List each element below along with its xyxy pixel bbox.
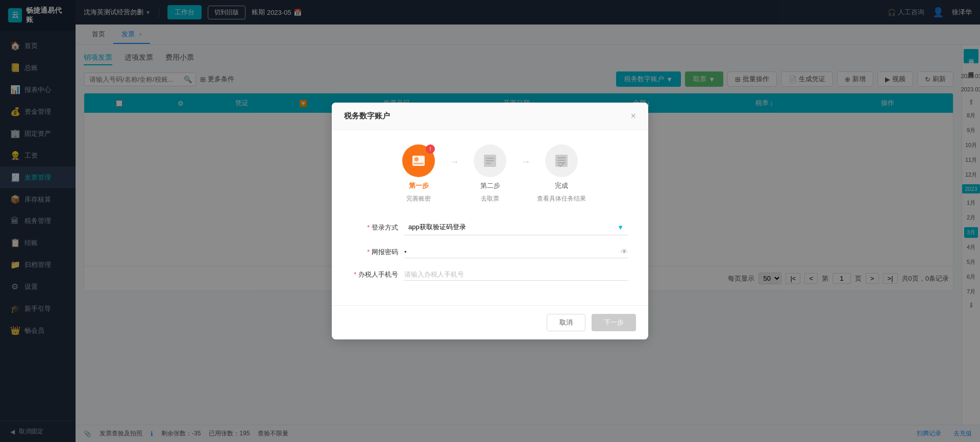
cancel-button[interactable]: 取消 xyxy=(547,314,585,331)
select-dropdown-icon: ▼ xyxy=(617,224,624,231)
login-method-row: * 登录方式 app获取验证码登录 ▼ xyxy=(352,219,628,235)
modal-header: 税务数字账户 × xyxy=(332,103,648,130)
step-2: 第二步 去取票 xyxy=(459,144,521,203)
password-eye-icon[interactable]: 👁 xyxy=(621,248,628,256)
password-row: * 网报密码 👁 xyxy=(352,245,628,258)
step-3-label: 完成 xyxy=(555,181,568,190)
tax-digital-modal: 税务数字账户 × ! 第一步 完善账密 xyxy=(332,103,648,339)
step-arrow-2: → xyxy=(521,156,531,167)
step-1-desc: 完善账密 xyxy=(406,194,431,203)
step-arrow-1: → xyxy=(449,156,459,167)
password-field-wrap: 👁 xyxy=(404,245,628,258)
step-1: ! 第一步 完善账密 xyxy=(388,144,449,203)
phone-label: * 办税人手机号 xyxy=(352,270,398,279)
next-button[interactable]: 下一步 xyxy=(592,314,636,331)
svg-rect-2 xyxy=(413,163,424,164)
step-1-badge: ! xyxy=(426,144,435,154)
required-marker: * xyxy=(367,224,370,231)
modal-overlay: 税务数字账户 × ! 第一步 完善账密 xyxy=(0,0,980,442)
svg-rect-5 xyxy=(486,160,494,161)
step-2-icon xyxy=(474,144,506,177)
svg-rect-4 xyxy=(486,158,494,159)
step-1-icon: ! xyxy=(402,144,435,177)
step-3-icon xyxy=(545,144,578,177)
required-marker: * xyxy=(367,248,370,256)
svg-rect-9 xyxy=(557,160,566,161)
svg-rect-6 xyxy=(486,163,491,164)
required-marker: * xyxy=(354,271,356,278)
step-3: 完成 查看具体任务结果 xyxy=(531,144,592,203)
step-3-desc: 查看具体任务结果 xyxy=(537,194,586,203)
modal-body: ! 第一步 完善账密 → xyxy=(332,130,648,305)
step-2-desc: 去取票 xyxy=(481,194,499,203)
phone-input[interactable] xyxy=(404,271,628,278)
phone-row: * 办税人手机号 xyxy=(352,268,628,281)
svg-point-1 xyxy=(414,157,419,161)
password-input[interactable] xyxy=(404,248,621,256)
modal-stepper: ! 第一步 完善账密 → xyxy=(352,144,628,203)
phone-field-wrap xyxy=(404,268,628,281)
modal-close-button[interactable]: × xyxy=(630,111,636,121)
login-method-select[interactable]: app获取验证码登录 ▼ xyxy=(404,219,628,235)
modal-footer: 取消 下一步 xyxy=(332,305,648,339)
step-2-label: 第二步 xyxy=(480,181,500,190)
login-method-label: * 登录方式 xyxy=(352,223,398,232)
step-1-label: 第一步 xyxy=(409,181,429,190)
password-label: * 网报密码 xyxy=(352,248,398,257)
svg-rect-8 xyxy=(557,157,566,158)
modal-title: 税务数字账户 xyxy=(344,111,390,121)
login-method-value: app获取验证码登录 xyxy=(408,223,466,232)
